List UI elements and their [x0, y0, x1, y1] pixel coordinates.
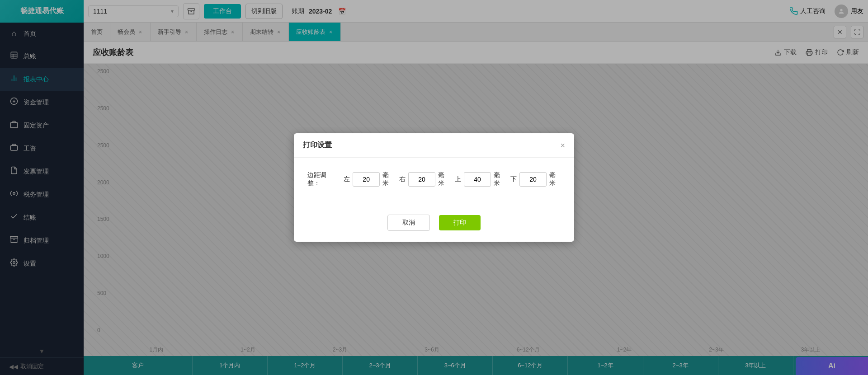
bottom-margin-group: 下 毫米	[510, 171, 561, 188]
right-margin-input[interactable]	[408, 172, 435, 187]
left-margin-group: 左 毫米	[344, 171, 394, 188]
modal-title: 打印设置	[303, 141, 332, 150]
left-dir-label: 左	[344, 175, 350, 183]
modal-body: 边距调整： 左 毫米 右 毫米 上 毫米 下	[294, 158, 574, 210]
bottom-margin-input[interactable]	[519, 172, 547, 187]
print-settings-modal: 打印设置 × 边距调整： 左 毫米 右 毫米 上 毫米	[294, 133, 574, 242]
margin-label: 边距调整：	[307, 171, 338, 188]
margin-row: 边距调整： 左 毫米 右 毫米 上 毫米 下	[307, 171, 561, 188]
top-margin-group: 上 毫米	[455, 171, 505, 188]
left-margin-input[interactable]	[353, 172, 380, 187]
bottom-unit-label: 毫米	[549, 171, 561, 188]
left-unit-label: 毫米	[382, 171, 394, 188]
modal-header: 打印设置 ×	[294, 133, 574, 158]
modal-footer: 取消 打印	[294, 210, 574, 242]
right-dir-label: 右	[399, 175, 406, 183]
top-unit-label: 毫米	[494, 171, 505, 188]
top-dir-label: 上	[455, 175, 461, 183]
right-margin-group: 右 毫米	[399, 171, 449, 188]
modal-close-button[interactable]: ×	[560, 141, 565, 150]
modal-overlay: 打印设置 × 边距调整： 左 毫米 右 毫米 上 毫米	[0, 0, 868, 375]
right-unit-label: 毫米	[438, 171, 449, 188]
top-margin-input[interactable]	[464, 172, 491, 187]
print-confirm-button[interactable]: 打印	[439, 215, 481, 230]
cancel-button[interactable]: 取消	[387, 215, 430, 231]
bottom-dir-label: 下	[510, 175, 517, 183]
